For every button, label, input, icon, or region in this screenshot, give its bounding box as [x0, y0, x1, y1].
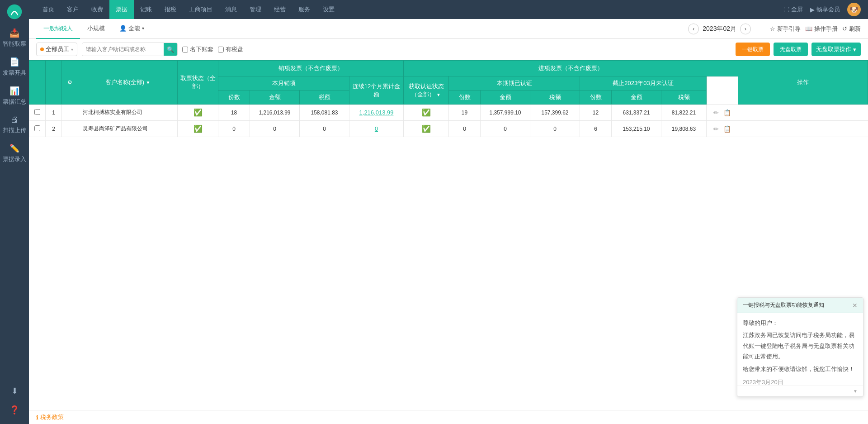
th-cert-status[interactable]: 获取认证状态（全部） ▼ — [404, 76, 449, 105]
sidebar-item-smart-fetch[interactable]: 📥 智能取票 — [0, 24, 29, 52]
member-btn[interactable]: ▶ 畅享会员 — [810, 5, 840, 14]
cancel-check-icon: ✅ — [193, 125, 203, 133]
nav-home[interactable]: 首页 — [36, 0, 61, 19]
cert-check-icon: ✅ — [422, 125, 431, 133]
row-checkbox[interactable] — [29, 121, 46, 137]
download-icon: ⬇ — [11, 386, 18, 396]
download-checkbox-input[interactable] — [182, 47, 188, 52]
top-nav: 首页 客户 收费 票据 记账 报税 工商项目 消息 管理 经营 服务 设置 ⛶ … — [29, 0, 868, 19]
manual-btn[interactable]: 📖 操作手册 — [805, 25, 838, 33]
row-purchase-pieces: 0 — [449, 121, 481, 137]
tax-disk-checkbox-input[interactable] — [218, 47, 224, 52]
continuous-amount-link[interactable]: 0 — [375, 125, 378, 132]
th-purch-tax: 税额 — [530, 91, 580, 105]
nav-business[interactable]: 工商项目 — [183, 0, 219, 19]
sidebar-item-label: 票据汇总 — [3, 98, 26, 106]
one-click-btn[interactable]: 一键取票 — [736, 43, 770, 56]
nav-invoice[interactable]: 票据 — [109, 0, 134, 19]
nav-operation[interactable]: 经营 — [268, 0, 292, 19]
th-sales-tax: 税额 — [300, 91, 349, 105]
sidebar-item-download[interactable]: ⬇ — [0, 381, 29, 400]
prev-date-btn[interactable]: ‹ — [688, 24, 699, 34]
download-checkbox[interactable]: 名下账套 — [182, 45, 213, 53]
notification-arrow — [840, 297, 849, 298]
th-uncert-pieces: 份数 — [580, 91, 612, 105]
th-customer-name[interactable]: 客户名称(全部) ▼ — [78, 61, 178, 105]
th-until-mar-2023: 截止2023年03月未认证 — [580, 76, 707, 91]
circle-icon: ℹ — [36, 414, 38, 421]
logo-icon — [6, 4, 23, 20]
next-date-btn[interactable]: › — [740, 24, 751, 34]
tab-small-scale[interactable]: 小规模 — [80, 19, 112, 39]
sidebar-item-invoice-open[interactable]: 📄 发票开具 — [0, 52, 29, 81]
scroll-indicator: ▼ — [853, 389, 858, 394]
row-config — [62, 105, 78, 121]
th-uncert-tax: 税额 — [661, 91, 707, 105]
nav-service[interactable]: 服务 — [292, 0, 316, 19]
tab-general-taxpayer[interactable]: 一般纳税人 — [36, 19, 80, 39]
row-purchase-amount: 1,357,999.10 — [481, 105, 530, 121]
row-cert-status: ✅ — [404, 105, 449, 121]
avatar[interactable]: 🐶 — [847, 3, 861, 16]
sidebar-item-scan-upload[interactable]: 🖨 扫描上传 — [0, 110, 29, 139]
fullscreen-icon: ⛶ — [783, 6, 789, 13]
help-icon: ❓ — [9, 405, 19, 415]
row-actions: ✏ 📋 — [707, 105, 738, 121]
tax-policy-link[interactable]: ℹ 税务政策 — [36, 413, 64, 421]
th-purch-pieces: 份数 — [449, 91, 481, 105]
row-sales-pieces: 0 — [218, 121, 250, 137]
search-button[interactable]: 🔍 — [164, 43, 177, 56]
no-disk-btn[interactable]: 无盘取票 — [774, 43, 808, 56]
table-row: 1 河北柯搏栋实业有限公司 ✅ 18 1,216,013.99 158,081.… — [29, 105, 868, 121]
nav-customer[interactable]: 客户 — [61, 0, 85, 19]
fullscreen-btn[interactable]: ⛶ 全屏 — [783, 5, 803, 14]
nav-message[interactable]: 消息 — [219, 0, 243, 19]
sidebar-item-help[interactable]: ❓ — [0, 400, 29, 419]
invoice-summary-icon: 📊 — [9, 86, 19, 96]
nav-bookkeeping[interactable]: 记账 — [134, 0, 158, 19]
chevron-down-icon: ▾ — [71, 47, 73, 52]
th-cancel-status[interactable]: 取票状态（全部） — [178, 61, 218, 105]
tax-disk-checkbox[interactable]: 有税盘 — [218, 45, 243, 53]
row-sales-pieces: 18 — [218, 105, 250, 121]
row-checkbox-input[interactable] — [34, 109, 40, 115]
search-input[interactable] — [82, 43, 164, 56]
nav-tax[interactable]: 报税 — [158, 0, 183, 19]
sidebar-item-label: 发票开具 — [3, 69, 26, 77]
row-checkbox-input[interactable] — [34, 125, 40, 131]
copy-icon[interactable]: 📋 — [723, 109, 731, 116]
row-checkbox[interactable] — [29, 105, 46, 121]
tab-all[interactable]: 👤 全能 ▾ — [112, 19, 151, 39]
no-disk-operations-btn[interactable]: 无盘取票操作 ▾ — [811, 43, 861, 56]
refresh-btn[interactable]: ↺ 刷新 — [842, 25, 861, 33]
invoice-open-icon: 📄 — [9, 57, 19, 67]
th-continuous-12m: 连续12个月累计金额 — [349, 76, 404, 105]
filter-icon2: ▼ — [436, 92, 441, 97]
row-purchase-tax: 157,399.62 — [530, 105, 580, 121]
current-date: 2023年02月 — [703, 25, 736, 33]
notification-close-btn[interactable]: ✕ — [852, 302, 858, 309]
sidebar: 📥 智能取票 📄 发票开具 📊 票据汇总 🖨 扫描上传 ✏️ 票据录入 ⬇ ❓ — [0, 0, 29, 424]
toolbar: 全部员工 ▾ 🔍 名下账套 有税盘 一键取票 无盘取票 无盘取票操作 ▾ — [29, 39, 868, 60]
row-uncert-amount: 153,215.10 — [612, 121, 661, 137]
nav-management[interactable]: 管理 — [243, 0, 268, 19]
nav-collection[interactable]: 收费 — [85, 0, 109, 19]
employee-filter[interactable]: 全部员工 ▾ — [36, 43, 77, 56]
notification-date: 2023年3月20日 — [743, 377, 858, 386]
edit-icon[interactable]: ✏ — [713, 125, 719, 133]
row-purchase-tax: 0 — [530, 121, 580, 137]
nav-settings[interactable]: 设置 — [316, 0, 341, 19]
sidebar-item-invoice-summary[interactable]: 📊 票据汇总 — [0, 81, 29, 110]
edit-icon[interactable]: ✏ — [713, 109, 719, 116]
sidebar-logo — [0, 0, 29, 24]
row-uncert-tax: 19,808.63 — [661, 121, 707, 137]
row-num: 1 — [46, 105, 62, 121]
sidebar-item-invoice-entry[interactable]: ✏️ 票据录入 — [0, 139, 29, 168]
row-uncert-tax: 81,822.21 — [661, 105, 707, 121]
search-box: 🔍 — [82, 43, 178, 56]
row-config — [62, 121, 78, 137]
copy-icon[interactable]: 📋 — [723, 125, 731, 133]
row-continuous-amount: 1,216,013.99 — [349, 105, 404, 121]
continuous-amount-link[interactable]: 1,216,013.99 — [359, 109, 394, 116]
new-guide-btn[interactable]: ☆ 新手引导 — [770, 25, 801, 33]
